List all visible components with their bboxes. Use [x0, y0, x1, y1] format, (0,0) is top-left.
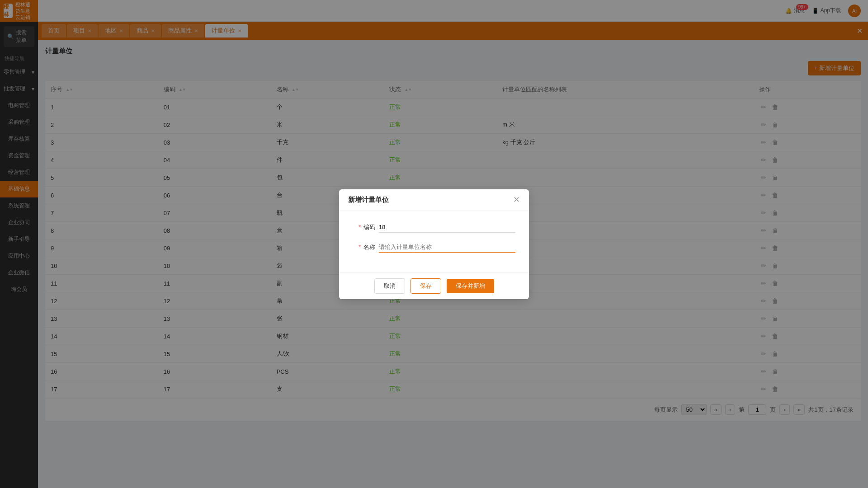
dialog-title: 新增计量单位: [348, 196, 389, 204]
dialog-footer: 取消 保存 保存并新增: [339, 272, 529, 299]
code-label: * 编码: [353, 223, 375, 231]
name-label: * 名称: [353, 243, 375, 251]
cancel-button[interactable]: 取消: [374, 278, 405, 294]
add-unit-dialog: 新增计量单位 ✕ * 编码 * 名称 取消 保存 保存并新增: [339, 189, 529, 299]
dialog-close-button[interactable]: ✕: [513, 196, 520, 204]
form-name-item: * 名称: [353, 242, 515, 253]
code-input[interactable]: [379, 222, 515, 233]
dialog-header: 新增计量单位 ✕: [339, 189, 529, 211]
save-and-new-button[interactable]: 保存并新增: [447, 279, 494, 293]
save-button[interactable]: 保存: [410, 278, 441, 294]
modal-overlay: 新增计量单位 ✕ * 编码 * 名称 取消 保存 保存并新增: [0, 0, 868, 488]
dialog-body: * 编码 * 名称: [339, 211, 529, 272]
name-input[interactable]: [379, 242, 515, 253]
form-code-item: * 编码: [353, 222, 515, 233]
